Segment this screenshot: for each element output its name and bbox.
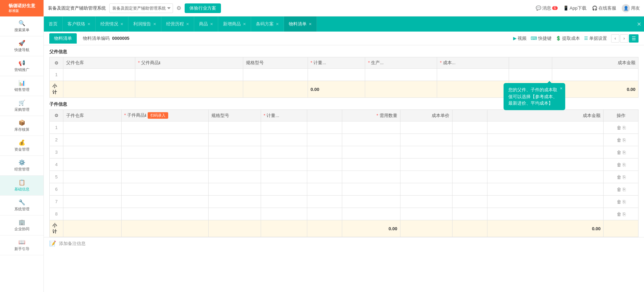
sidebar-item-system[interactable]: 🔧 系统管理 (0, 196, 44, 215)
delete-icon[interactable]: 🗑 (617, 174, 621, 180)
delete-icon[interactable]: 🗑 (617, 125, 621, 130)
child-spec-cell[interactable] (208, 171, 261, 183)
child-product-cell[interactable] (121, 134, 208, 146)
child-unit-cell[interactable] (261, 159, 307, 171)
close-icon[interactable]: ✕ (276, 22, 279, 26)
tab-profit[interactable]: 利润报告 ✕ (128, 16, 161, 32)
bottom-hint-text[interactable]: 添加备注信息 (59, 241, 86, 247)
child-qty-cell[interactable] (342, 134, 400, 146)
delete-icon[interactable]: 🗑 (617, 137, 621, 143)
child-warehouse-cell[interactable] (63, 134, 122, 146)
close-icon[interactable]: ✕ (309, 22, 312, 26)
copy-icon[interactable]: ⎘ (623, 211, 626, 217)
list-view-button[interactable]: ☰ (629, 34, 639, 43)
shortcut-action[interactable]: ⌨ 快捷键 (531, 35, 552, 42)
settings-action[interactable]: ☰ 单据设置 (584, 35, 607, 42)
app-download-button[interactable]: 📱 App下载 (563, 5, 586, 11)
tab-operations[interactable]: 经营情况 ✕ (96, 16, 128, 32)
tab-barcode[interactable]: 条码方案 ✕ (251, 16, 284, 32)
child-qty-cell[interactable] (342, 196, 400, 208)
child-warehouse-cell[interactable] (63, 196, 122, 208)
child-qty-cell[interactable] (342, 171, 400, 183)
parent-warehouse-cell[interactable] (63, 69, 135, 81)
sidebar-item-search[interactable]: 🔍 搜索菜单 (0, 16, 44, 36)
close-icon[interactable]: ✕ (153, 22, 156, 26)
child-qty-cell[interactable] (342, 121, 400, 134)
parent-spec-cell[interactable] (243, 69, 308, 81)
child-product-cell[interactable] (121, 196, 208, 208)
child-spec-cell[interactable] (208, 134, 261, 146)
close-icon[interactable]: ✕ (87, 22, 90, 26)
scan-button[interactable]: 扫码录入 (148, 112, 168, 119)
subtab-bom[interactable]: 物料清单 (49, 33, 77, 44)
parent-cost-cell[interactable] (437, 69, 509, 81)
child-unit-cell[interactable] (261, 208, 307, 220)
parent-unit-cell[interactable] (308, 69, 365, 81)
sidebar-item-guide[interactable]: 📖 新手引导 (0, 235, 44, 255)
sidebar-item-finance[interactable]: 💰 资金管理 (0, 136, 44, 156)
child-warehouse-cell[interactable] (63, 208, 122, 220)
copy-icon[interactable]: ⎘ (623, 137, 626, 143)
sidebar-item-quick-nav[interactable]: 🚀 快捷导航 (0, 36, 44, 56)
tab-customer[interactable]: 客户联络 ✕ (63, 16, 96, 32)
child-warehouse-cell[interactable] (63, 183, 122, 196)
copy-icon[interactable]: ⎘ (623, 187, 626, 192)
copy-icon[interactable]: ⎘ (623, 150, 626, 155)
tab-new-product[interactable]: 新增商品 ✕ (218, 16, 251, 32)
copy-icon[interactable]: ⎘ (623, 199, 626, 205)
child-spec-cell[interactable] (208, 159, 261, 171)
sidebar-item-basic-info[interactable]: 📋 基础信息 (0, 176, 44, 196)
delete-icon[interactable]: 🗑 (617, 199, 621, 205)
child-unit-cell[interactable] (261, 183, 307, 196)
child-product-cell[interactable] (121, 171, 208, 183)
child-warehouse-cell[interactable] (63, 171, 122, 183)
prev-page-button[interactable]: ‹ (611, 34, 619, 43)
next-page-button[interactable]: › (620, 34, 628, 43)
video-action[interactable]: ▶ 视频 (513, 35, 527, 42)
system-selector[interactable]: 装备及固定资产辅助管理系统 (109, 3, 173, 13)
cost-action[interactable]: 💲 提取成本 (556, 35, 580, 42)
tooltip-close-button[interactable]: × (560, 85, 562, 92)
close-icon[interactable]: ✕ (186, 22, 189, 26)
child-spec-cell[interactable] (208, 196, 261, 208)
child-product-cell[interactable] (121, 159, 208, 171)
child-qty-cell[interactable] (342, 208, 400, 220)
child-spec-cell[interactable] (208, 121, 261, 134)
child-warehouse-cell[interactable] (63, 121, 122, 134)
parent-production-cell[interactable] (365, 69, 437, 81)
child-unit-cell[interactable] (261, 121, 307, 134)
sidebar-item-sales[interactable]: 📊 销售管理 (0, 76, 44, 96)
child-product-cell[interactable] (121, 183, 208, 196)
user-profile[interactable]: 👤 用友 (622, 4, 640, 12)
sidebar-item-purchase[interactable]: 🛒 采购管理 (0, 96, 44, 116)
child-spec-cell[interactable] (208, 183, 261, 196)
child-unit-cell[interactable] (261, 171, 307, 183)
close-icon[interactable]: ✕ (120, 22, 123, 26)
sidebar-item-inventory[interactable]: 📦 库存核算 (0, 116, 44, 136)
child-unit-cell[interactable] (261, 134, 307, 146)
copy-icon[interactable]: ⎘ (623, 174, 626, 180)
child-product-cell[interactable] (121, 208, 208, 220)
close-icon[interactable]: ✕ (210, 22, 213, 26)
copy-icon[interactable]: ⎘ (623, 162, 626, 167)
close-all-tabs-icon[interactable]: ✕ (637, 21, 641, 27)
child-spec-cell[interactable] (208, 208, 261, 220)
experience-button[interactable]: 体验行业方案 (185, 3, 221, 13)
sidebar-item-enterprise[interactable]: 🏢 企业协同 (0, 215, 44, 235)
child-unit-cell[interactable] (261, 146, 307, 159)
close-icon[interactable]: ✕ (243, 22, 246, 26)
child-qty-cell[interactable] (342, 146, 400, 159)
tab-product[interactable]: 商品 ✕ (194, 16, 218, 32)
child-product-cell[interactable] (121, 121, 208, 134)
child-qty-cell[interactable] (342, 159, 400, 171)
sidebar-item-operations[interactable]: ⚙️ 经营管理 (0, 156, 44, 176)
tab-bom[interactable]: 物料清单 ✕ (284, 16, 317, 32)
child-unit-cell[interactable] (261, 196, 307, 208)
child-spec-cell[interactable] (208, 146, 261, 159)
child-qty-cell[interactable] (342, 183, 400, 196)
online-service-button[interactable]: 🎧 在线客服 (592, 5, 616, 11)
delete-icon[interactable]: 🗑 (617, 162, 621, 167)
child-product-cell[interactable] (121, 146, 208, 159)
tab-home[interactable]: 首页 (44, 16, 63, 32)
tab-history[interactable]: 经营历程 ✕ (161, 16, 194, 32)
